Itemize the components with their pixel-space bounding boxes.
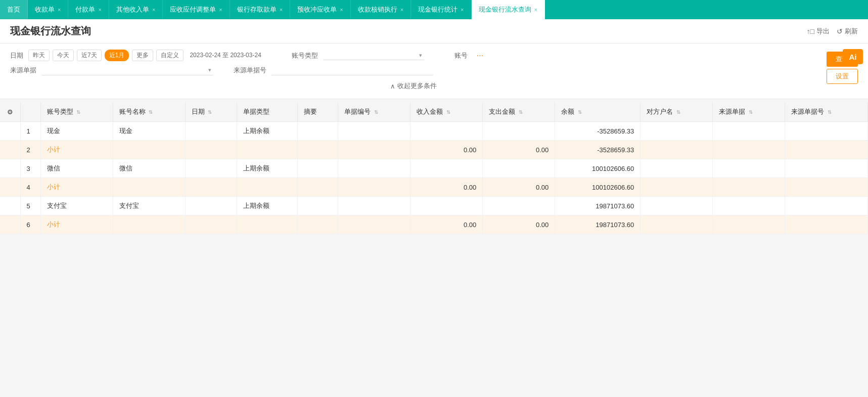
table-row: 3微信微信上期余额100102606.60 xyxy=(0,159,868,178)
date-btn-today[interactable]: 今天 xyxy=(53,50,74,61)
cell-account_name: 支付宝 xyxy=(113,197,185,215)
cell-doc_number xyxy=(338,178,410,197)
close-icon[interactable]: × xyxy=(152,7,155,13)
counterparty-column-header[interactable]: 对方户名 ⇅ xyxy=(641,102,713,122)
nav-item-payment[interactable]: 付款单 × xyxy=(68,0,109,19)
date-options: 昨天 今天 近7天 近1月 更多 自定义 2023-02-24 至 2023-0… xyxy=(28,50,261,61)
cell-income xyxy=(410,122,483,141)
cell-source_doc_number xyxy=(785,159,868,178)
date-btn-more[interactable]: 更多 xyxy=(132,50,153,61)
cell-index: 5 xyxy=(20,197,40,215)
account-type-label: 账号类型 xyxy=(292,51,318,60)
nav-item-receipt[interactable]: 收款单 × xyxy=(28,0,68,19)
top-navigation: 首页 收款单 × 付款单 × 其他收入单 × 应收应付调整单 × 银行存取款单 … xyxy=(0,0,868,19)
cell-gear xyxy=(0,197,20,215)
cell-summary xyxy=(298,141,338,159)
close-icon[interactable]: × xyxy=(58,7,61,13)
cell-index: 6 xyxy=(20,215,40,234)
cell-account_type: 小计 xyxy=(40,178,113,197)
export-icon: ↑□ xyxy=(807,27,814,35)
settings-button[interactable]: 设置 xyxy=(827,69,858,84)
close-icon[interactable]: × xyxy=(461,7,464,13)
cell-doc_type: 上期余额 xyxy=(237,122,298,141)
export-button[interactable]: ↑□ 导出 xyxy=(807,27,830,36)
cell-doc_type xyxy=(237,178,298,197)
close-icon[interactable]: × xyxy=(534,7,537,13)
cell-summary xyxy=(298,122,338,141)
date-btn-custom[interactable]: 自定义 xyxy=(156,50,184,61)
cell-doc_type: 上期余额 xyxy=(237,159,298,178)
source-doc-number-input[interactable] xyxy=(271,65,433,75)
balance-column-header[interactable]: 余额 ⇅ xyxy=(555,102,641,122)
cell-expense xyxy=(483,122,555,141)
cell-account_name xyxy=(113,178,185,197)
cell-income xyxy=(410,159,483,178)
gear-column-header[interactable]: ⚙ xyxy=(0,102,20,122)
cell-source_doc_number xyxy=(785,178,868,197)
cell-source_doc_number xyxy=(785,122,868,141)
source-doc-filter: 来源单据 ▾ xyxy=(10,65,213,75)
cell-doc_number xyxy=(338,159,410,178)
cell-source_doc xyxy=(713,122,785,141)
cell-source_doc xyxy=(713,141,785,159)
cell-balance: 19871073.60 xyxy=(555,215,641,234)
index-column-header xyxy=(20,102,40,122)
cell-source_doc_number xyxy=(785,215,868,234)
filter-section: 日期 昨天 今天 近7天 近1月 更多 自定义 2023-02-24 至 202… xyxy=(0,43,868,99)
nav-item-ar-ap-adjust[interactable]: 应收应付调整单 × xyxy=(163,0,230,19)
cell-counterparty xyxy=(641,159,713,178)
date-btn-7days[interactable]: 近7天 xyxy=(77,50,102,61)
refresh-button[interactable]: ↺ 刷新 xyxy=(837,27,858,36)
cell-index: 3 xyxy=(20,159,40,178)
date-column-header[interactable]: 日期 ⇅ xyxy=(185,102,237,122)
account-label: 账号 xyxy=(454,51,468,60)
nav-item-other-income[interactable]: 其他收入单 × xyxy=(109,0,163,19)
cell-date xyxy=(185,122,237,141)
date-btn-yesterday[interactable]: 昨天 xyxy=(28,50,50,61)
cell-account_name xyxy=(113,141,185,159)
cell-income: 0.00 xyxy=(410,178,483,197)
close-icon[interactable]: × xyxy=(280,7,283,13)
cell-account_type: 小计 xyxy=(40,141,113,159)
summary-column-header: 摘要 xyxy=(298,102,338,122)
cell-balance: 100102606.60 xyxy=(555,159,641,178)
cell-expense: 0.00 xyxy=(483,178,555,197)
cell-income xyxy=(410,197,483,215)
close-icon[interactable]: × xyxy=(340,7,343,13)
table-row: 2小计0.000.00-3528659.33 xyxy=(0,141,868,159)
chevron-down-icon: ▾ xyxy=(206,66,213,74)
source-doc-column-header[interactable]: 来源单据 ⇅ xyxy=(713,102,785,122)
close-icon[interactable]: × xyxy=(400,7,403,13)
doc-number-column-header[interactable]: 单据编号 ⇅ xyxy=(338,102,410,122)
nav-item-bank-deposit[interactable]: 银行存取款单 × xyxy=(230,0,290,19)
nav-item-cash-bank-stats[interactable]: 现金银行统计 × xyxy=(411,0,471,19)
nav-item-prepay[interactable]: 预收冲应收单 × xyxy=(290,0,350,19)
account-name-column-header[interactable]: 账号名称 ⇅ xyxy=(113,102,185,122)
cell-balance: 100102606.60 xyxy=(555,178,641,197)
nav-item-home[interactable]: 首页 xyxy=(0,0,28,19)
income-column-header[interactable]: 收入金额 ⇅ xyxy=(410,102,483,122)
close-icon[interactable]: × xyxy=(98,7,101,13)
cell-date xyxy=(185,215,237,234)
close-icon[interactable]: × xyxy=(219,7,222,13)
date-range-display: 2023-02-24 至 2023-03-24 xyxy=(190,51,261,60)
collapse-bar[interactable]: ∧ 收起更多条件 xyxy=(10,79,816,95)
source-doc-input[interactable] xyxy=(41,65,204,75)
cell-source_doc xyxy=(713,178,785,197)
table-row: 1现金现金上期余额-3528659.33 xyxy=(0,122,868,141)
ai-assistant-badge[interactable]: Ai xyxy=(843,49,863,64)
source-doc-number-column-header[interactable]: 来源单据号 ⇅ xyxy=(785,102,868,122)
account-ellipsis-button[interactable]: ··· xyxy=(477,51,483,60)
nav-item-cash-bank-query[interactable]: 现金银行流水查询 × xyxy=(472,0,545,19)
account-type-column-header[interactable]: 账号类型 ⇅ xyxy=(40,102,113,122)
expense-column-header[interactable]: 支出金额 ⇅ xyxy=(483,102,555,122)
source-doc-number-filter: 来源单据号 xyxy=(234,65,433,75)
date-btn-1month[interactable]: 近1月 xyxy=(105,50,129,61)
nav-item-collection-exec[interactable]: 收款核销执行 × xyxy=(351,0,411,19)
date-label: 日期 xyxy=(10,51,23,60)
collapse-icon: ∧ xyxy=(390,82,395,90)
account-type-select[interactable]: ▾ xyxy=(323,51,424,60)
cell-expense xyxy=(483,197,555,215)
data-table-container: ⚙ 账号类型 ⇅ 账号名称 ⇅ 日期 ⇅ 单据类型 摘要 单据编号 ⇅ 收入金额… xyxy=(0,102,868,234)
cell-doc_type: 上期余额 xyxy=(237,197,298,215)
